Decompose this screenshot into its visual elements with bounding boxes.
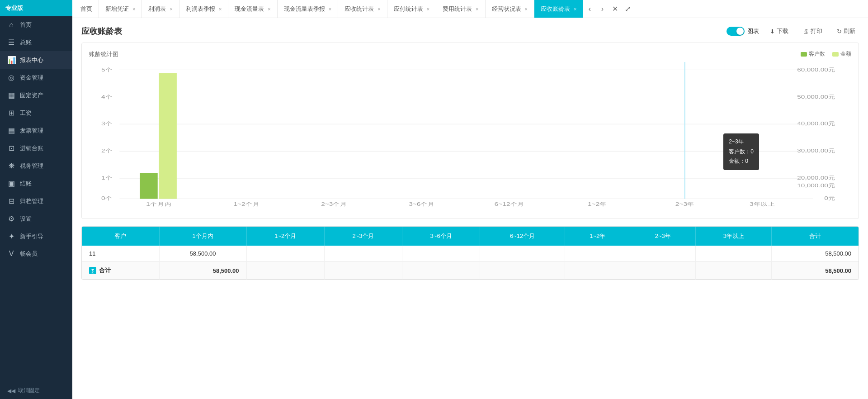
sidebar-item-member[interactable]: V 畅会员	[0, 245, 72, 262]
total-icon: ∑	[89, 267, 96, 274]
sidebar-item-settings[interactable]: ⚙ 设置	[0, 210, 72, 228]
tab-ar-aging-close[interactable]: ×	[574, 6, 576, 12]
sidebar-item-close[interactable]: ▣ 结账	[0, 175, 72, 192]
total-month612	[480, 262, 565, 280]
chart-title: 账龄统计图	[89, 50, 851, 58]
legend-amount-label: 金额	[840, 50, 851, 58]
tab-expense-stats[interactable]: 费用统计表 ×	[436, 0, 485, 18]
chart-toggle[interactable]: 图表	[726, 27, 759, 36]
invoice-icon: ▤	[7, 126, 15, 135]
reports-icon: 📊	[7, 56, 15, 64]
tab-close-all[interactable]: ✕	[609, 3, 621, 15]
tab-profit-close[interactable]: ×	[170, 6, 172, 12]
print-icon: 🖨	[803, 28, 809, 35]
tab-ap-stats-label: 应付统计表	[394, 5, 423, 13]
bar-amount-0	[159, 73, 177, 199]
tab-expense-stats-close[interactable]: ×	[476, 6, 478, 12]
sidebar-item-reports[interactable]: 📊 报表中心	[0, 51, 72, 69]
tab-scroll-left[interactable]: ‹	[583, 3, 596, 15]
tab-expense-stats-label: 费用统计表	[443, 5, 472, 13]
tab-voucher-close[interactable]: ×	[132, 6, 135, 12]
sidebar-item-invoice[interactable]: ▤ 发票管理	[0, 122, 72, 139]
cell-year3plus	[696, 246, 772, 262]
sidebar-item-tax[interactable]: ❋ 税务管理	[0, 157, 72, 175]
chart-switch-thumb	[736, 28, 744, 35]
tab-ar-stats-close[interactable]: ×	[377, 6, 380, 12]
cell-total: 58,500.00	[772, 246, 859, 262]
ledger-icon: ☰	[7, 38, 15, 47]
tab-business-status-label: 经营状况表	[492, 5, 521, 13]
th-month1: 1个月内	[159, 227, 246, 246]
data-table: 客户 1个月内 1~2个月 2~3个月 3~6个月 6~12个月 1~2年 2~…	[82, 227, 859, 280]
cell-year23	[630, 246, 696, 262]
cell-month36	[402, 246, 480, 262]
total-label-cell: ∑ 合计	[82, 262, 159, 280]
assets-icon: ▦	[7, 91, 15, 100]
svg-text:60,000.00元: 60,000.00元	[797, 67, 835, 73]
svg-text:5个: 5个	[101, 67, 113, 73]
home-icon: ⌂	[7, 21, 15, 29]
sidebar-item-archive[interactable]: ⊟ 归档管理	[0, 192, 72, 210]
svg-text:20,000.00元: 20,000.00元	[797, 175, 835, 181]
chart-switch-track[interactable]	[726, 27, 745, 36]
tab-cashflow[interactable]: 现金流量表 ×	[228, 0, 277, 18]
sidebar-label-salary: 工资	[20, 109, 32, 117]
tab-cashflow-quarterly[interactable]: 现金流量表季报 ×	[278, 0, 338, 18]
tab-ap-stats[interactable]: 应付统计表 ×	[387, 0, 436, 18]
tab-cashflow-close[interactable]: ×	[268, 6, 270, 12]
tab-home-label: 首页	[80, 5, 92, 13]
sidebar-item-guide[interactable]: ✦ 新手引导	[0, 228, 72, 245]
refresh-button[interactable]: ↻ 刷新	[833, 25, 859, 37]
chart-toggle-label: 图表	[747, 27, 759, 35]
sidebar-toggle-pin[interactable]: ◀◀ 取消固定	[0, 382, 72, 399]
main-content: 首页 新增凭证 × 利润表 × 利润表季报 × 现金流量表 × 现金流量表季报 …	[72, 0, 868, 399]
tab-voucher[interactable]: 新增凭证 ×	[99, 0, 142, 18]
download-button[interactable]: ⬇ 下载	[766, 25, 792, 37]
page-content: 应收账龄表 图表 ⬇ 下载 🖨 打印 ↻ 刷新	[72, 18, 868, 399]
print-button[interactable]: 🖨 打印	[799, 25, 826, 37]
sidebar-label-funds: 资金管理	[20, 74, 43, 82]
th-year12: 1~2年	[565, 227, 630, 246]
tab-business-status[interactable]: 经营状况表 ×	[486, 0, 534, 18]
data-table-container: 客户 1个月内 1~2个月 2~3个月 3~6个月 6~12个月 1~2年 2~…	[81, 226, 859, 280]
sidebar-item-salary[interactable]: ⊞ 工资	[0, 104, 72, 122]
tab-ap-stats-close[interactable]: ×	[427, 6, 429, 12]
funds-icon: ◎	[7, 73, 15, 82]
tab-cashflow-label: 现金流量表	[235, 5, 264, 13]
total-month12	[246, 262, 324, 280]
sidebar-item-funds[interactable]: ◎ 资金管理	[0, 69, 72, 86]
table-total-row: ∑ 合计 58,500.00 58,500.00	[82, 262, 859, 280]
tab-home[interactable]: 首页	[74, 0, 99, 18]
tab-voucher-label: 新增凭证	[105, 5, 129, 13]
member-icon: V	[7, 250, 15, 258]
tab-profit[interactable]: 利润表 ×	[142, 0, 179, 18]
tab-cashflow-quarterly-close[interactable]: ×	[329, 6, 331, 12]
salary-icon: ⊞	[7, 109, 15, 117]
tab-scroll-right[interactable]: ›	[596, 3, 609, 15]
svg-text:30,000.00元: 30,000.00元	[797, 148, 835, 154]
tab-profit-quarterly[interactable]: 利润表季报 ×	[179, 0, 228, 18]
th-month36: 3~6个月	[402, 227, 480, 246]
sidebar-item-inventory[interactable]: ⊡ 进销台账	[0, 139, 72, 157]
tab-business-status-close[interactable]: ×	[525, 6, 528, 12]
tab-bar: 首页 新增凭证 × 利润表 × 利润表季报 × 现金流量表 × 现金流量表季报 …	[72, 0, 868, 18]
sidebar-item-assets[interactable]: ▦ 固定资产	[0, 86, 72, 104]
total-total: 58,500.00	[772, 262, 859, 280]
settings-icon: ⚙	[7, 214, 15, 223]
tab-ar-aging[interactable]: 应收账龄表 ×	[534, 0, 583, 18]
sidebar-label-reports: 报表中心	[20, 56, 43, 64]
sidebar-item-ledger[interactable]: ☰ 总账	[0, 33, 72, 51]
tab-profit-label: 利润表	[148, 5, 166, 13]
cell-month612	[480, 246, 565, 262]
tab-ar-stats[interactable]: 应收统计表 ×	[338, 0, 387, 18]
bar-customers-0	[140, 173, 157, 199]
inventory-icon: ⊡	[7, 144, 15, 152]
tab-profit-quarterly-close[interactable]: ×	[219, 6, 222, 12]
th-year23: 2~3年	[630, 227, 696, 246]
tab-maximize[interactable]: ⤢	[621, 3, 634, 15]
total-year23	[630, 262, 696, 280]
refresh-icon: ↻	[837, 28, 842, 35]
svg-text:0个: 0个	[101, 195, 113, 201]
close-accounts-icon: ▣	[7, 179, 15, 188]
sidebar-item-home[interactable]: ⌂ 首页	[0, 16, 72, 33]
